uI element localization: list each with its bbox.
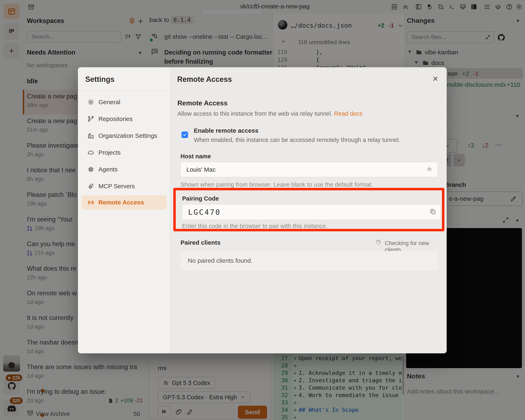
host-name-help: Shown when pairing from browser. Leave b… bbox=[180, 181, 373, 188]
gear-icon bbox=[87, 99, 94, 106]
nav-label: Projects bbox=[98, 149, 121, 156]
settings-title: Settings bbox=[85, 75, 114, 84]
enable-remote-description: When enabled, this instance can be acces… bbox=[194, 137, 400, 143]
nav-item-general[interactable]: General bbox=[82, 95, 167, 109]
building-icon bbox=[87, 132, 94, 139]
section-description: Allow access to this instance from the w… bbox=[177, 110, 363, 117]
section-title: Remote Access bbox=[177, 99, 228, 107]
cpu-icon bbox=[87, 166, 94, 173]
nav-item-remote-access[interactable]: Remote Access bbox=[82, 195, 167, 210]
nav-label: General bbox=[98, 99, 120, 106]
nav-item-repositories[interactable]: Repositories bbox=[82, 112, 167, 126]
nav-item-mcp-servers[interactable]: MCP Servers bbox=[82, 179, 167, 193]
paired-clients-empty-text: No paired clients found. bbox=[180, 257, 253, 264]
nav-item-agents[interactable]: Agents bbox=[82, 162, 167, 177]
enable-remote-label[interactable]: Enable remote access bbox=[194, 127, 258, 134]
host-name-input[interactable] bbox=[181, 166, 426, 173]
randomize-icon[interactable] bbox=[426, 166, 438, 173]
divider bbox=[78, 91, 447, 91]
host-name-label: Host name bbox=[180, 153, 211, 160]
check-icon bbox=[183, 132, 187, 137]
divider bbox=[177, 280, 438, 281]
nav-label: Organization Settings bbox=[98, 132, 157, 139]
nav-item-projects[interactable]: Projects bbox=[82, 145, 167, 160]
nav-item-organization-settings[interactable]: Organization Settings bbox=[82, 129, 167, 143]
enable-remote-checkbox[interactable] bbox=[181, 131, 188, 138]
paired-clients-label: Paired clients bbox=[180, 239, 220, 246]
nav-label: Remote Access bbox=[98, 199, 144, 206]
host-name-field[interactable] bbox=[180, 162, 438, 177]
read-docs-link[interactable]: Read docs bbox=[334, 110, 363, 117]
broadcast-icon bbox=[87, 199, 94, 206]
nav-label: Repositories bbox=[98, 115, 133, 122]
spinner-icon bbox=[375, 239, 381, 246]
nav-label: Agents bbox=[98, 166, 118, 173]
nav-label: MCP Servers bbox=[98, 183, 135, 190]
settings-nav: Settings General Repositories Organizati… bbox=[78, 67, 170, 353]
modal-header-title: Remote Access bbox=[177, 75, 232, 84]
pairing-code-highlight bbox=[173, 188, 444, 231]
close-icon[interactable]: ✕ bbox=[432, 75, 439, 83]
cloud-icon bbox=[87, 149, 94, 156]
git-branch-icon bbox=[87, 115, 94, 122]
paired-clients-empty-box: No paired clients found. bbox=[180, 251, 438, 270]
plug-icon bbox=[87, 183, 94, 190]
